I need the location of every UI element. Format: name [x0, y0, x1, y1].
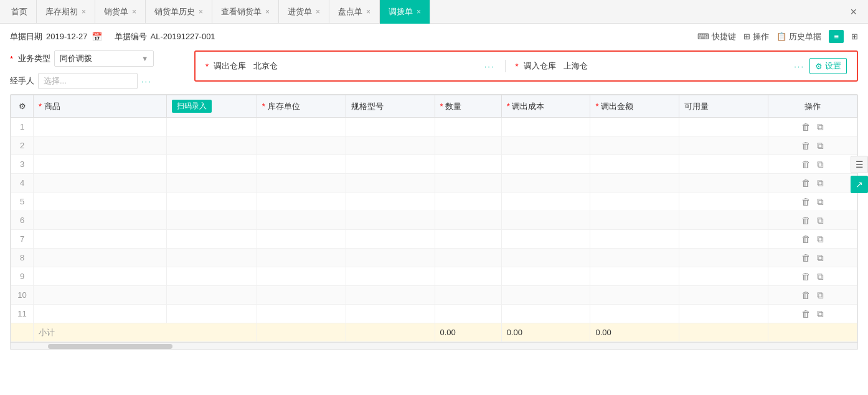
cell-amount[interactable] — [590, 305, 679, 323]
cell-spec[interactable] — [346, 118, 435, 136]
gear-header-icon[interactable]: ⚙ — [19, 102, 26, 111]
tab-transfer[interactable]: 调拨单 × — [380, 0, 430, 24]
handler-select[interactable]: 选择... — [38, 73, 138, 89]
cell-unit[interactable] — [257, 174, 346, 193]
copy-row-icon[interactable]: ⧉ — [817, 290, 824, 300]
cell-unit[interactable] — [257, 118, 346, 136]
cell-product[interactable] — [34, 230, 167, 249]
cell-unit[interactable] — [257, 249, 346, 267]
cell-cost[interactable] — [501, 230, 590, 249]
cell-unit[interactable] — [257, 286, 346, 305]
cell-amount[interactable] — [590, 267, 679, 286]
delete-row-icon[interactable]: 🗑 — [801, 178, 811, 188]
cell-cost[interactable] — [501, 249, 590, 267]
calendar-icon[interactable]: 📅 — [92, 32, 102, 42]
tab-close-purchase[interactable]: × — [316, 8, 320, 16]
cell-product[interactable] — [34, 211, 167, 230]
copy-row-icon[interactable]: ⧉ — [817, 252, 824, 263]
cell-product[interactable] — [34, 193, 167, 211]
cell-spec[interactable] — [346, 174, 435, 193]
cell-spec[interactable] — [346, 193, 435, 211]
cell-product[interactable] — [34, 174, 167, 193]
delete-row-icon[interactable]: 🗑 — [801, 290, 811, 300]
side-list-button[interactable]: ☰ — [851, 156, 868, 173]
cell-spec[interactable] — [346, 305, 435, 323]
cell-qty[interactable] — [435, 267, 501, 286]
scroll-thumb[interactable] — [48, 344, 172, 349]
copy-row-icon[interactable]: ⧉ — [817, 121, 824, 132]
cell-amount[interactable] — [590, 230, 679, 249]
cell-product[interactable] — [34, 118, 167, 136]
cell-product[interactable] — [34, 305, 167, 323]
cell-qty[interactable] — [435, 211, 501, 230]
cell-spec[interactable] — [346, 267, 435, 286]
tab-sales-history[interactable]: 销货单历史 × — [146, 0, 212, 24]
copy-row-icon[interactable]: ⧉ — [817, 159, 824, 169]
delete-row-icon[interactable]: 🗑 — [801, 271, 811, 282]
cell-cost[interactable] — [501, 211, 590, 230]
cell-cost[interactable] — [501, 136, 590, 155]
cell-unit[interactable] — [257, 305, 346, 323]
copy-row-icon[interactable]: ⧉ — [817, 234, 824, 244]
cell-qty[interactable] — [435, 118, 501, 136]
delete-row-icon[interactable]: 🗑 — [801, 196, 811, 207]
cell-qty[interactable] — [435, 305, 501, 323]
cell-spec[interactable] — [346, 136, 435, 155]
copy-row-icon[interactable]: ⧉ — [817, 308, 824, 319]
horizontal-scrollbar[interactable] — [11, 342, 857, 350]
delete-row-icon[interactable]: 🗑 — [801, 252, 811, 263]
cell-cost[interactable] — [501, 286, 590, 305]
shortcut-button[interactable]: ⌨ 快捷键 — [697, 31, 736, 42]
cell-unit[interactable] — [257, 230, 346, 249]
handler-more-icon[interactable]: ··· — [141, 77, 152, 86]
cell-product[interactable] — [34, 286, 167, 305]
delete-row-icon[interactable]: 🗑 — [801, 215, 811, 226]
tab-inventory-init[interactable]: 库存期初 × — [37, 0, 95, 24]
cell-amount[interactable] — [590, 174, 679, 193]
cell-qty[interactable] — [435, 230, 501, 249]
cell-spec[interactable] — [346, 155, 435, 174]
delete-row-icon[interactable]: 🗑 — [801, 159, 811, 169]
cell-amount[interactable] — [590, 136, 679, 155]
cell-cost[interactable] — [501, 267, 590, 286]
copy-row-icon[interactable]: ⧉ — [817, 215, 824, 226]
tab-stocktake[interactable]: 盘点单 × — [329, 0, 380, 24]
cell-amount[interactable] — [590, 193, 679, 211]
cell-product[interactable] — [34, 136, 167, 155]
cell-unit[interactable] — [257, 267, 346, 286]
cell-cost[interactable] — [501, 118, 590, 136]
warehouse-settings-button[interactable]: ⚙ 设置 — [809, 58, 847, 74]
cell-product[interactable] — [34, 249, 167, 267]
biz-type-select[interactable]: 同价调拨 ▼ — [54, 50, 154, 67]
copy-row-icon[interactable]: ⧉ — [817, 196, 824, 207]
layout-grid-button[interactable]: ⊞ — [851, 32, 858, 41]
cell-unit[interactable] — [257, 136, 346, 155]
tab-close-view-sales[interactable]: × — [265, 8, 270, 16]
cell-qty[interactable] — [435, 155, 501, 174]
copy-row-icon[interactable]: ⧉ — [817, 140, 824, 151]
cell-cost[interactable] — [501, 193, 590, 211]
tab-close-transfer[interactable]: × — [417, 8, 421, 16]
cell-unit[interactable] — [257, 155, 346, 174]
cell-qty[interactable] — [435, 286, 501, 305]
cell-qty[interactable] — [435, 136, 501, 155]
history-button[interactable]: 📋 历史单据 — [776, 31, 821, 42]
side-export-button[interactable]: ↗ — [851, 176, 868, 193]
window-close-button[interactable]: × — [841, 0, 866, 24]
cell-product[interactable] — [34, 267, 167, 286]
scan-button[interactable]: 扫码录入 — [172, 100, 212, 113]
tab-view-sales[interactable]: 查看销货单 × — [212, 0, 279, 24]
tab-close-inventory-init[interactable]: × — [82, 8, 86, 16]
cell-qty[interactable] — [435, 193, 501, 211]
cell-unit[interactable] — [257, 193, 346, 211]
cell-unit[interactable] — [257, 211, 346, 230]
delete-row-icon[interactable]: 🗑 — [801, 121, 811, 132]
cell-amount[interactable] — [590, 211, 679, 230]
cell-spec[interactable] — [346, 230, 435, 249]
copy-row-icon[interactable]: ⧉ — [817, 178, 824, 188]
layout-list-button[interactable]: ≡ — [829, 30, 844, 43]
operate-button[interactable]: ⊞ 操作 — [743, 31, 769, 42]
cell-amount[interactable] — [590, 286, 679, 305]
tab-close-sales-order[interactable]: × — [132, 8, 136, 16]
wh-in-more-icon[interactable]: ··· — [794, 62, 804, 71]
